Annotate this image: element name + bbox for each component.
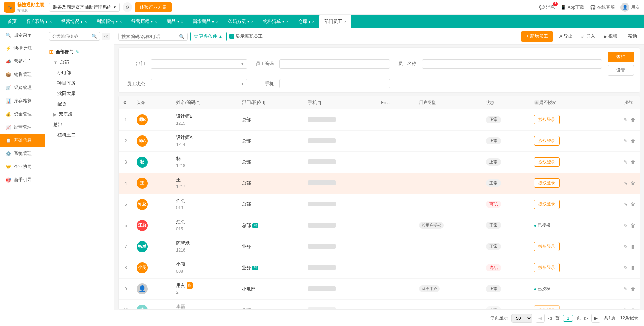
dept-item-plantree[interactable]: 植树王二 [45, 130, 114, 140]
delete-button[interactable]: 🗑 [631, 265, 635, 271]
search-input[interactable] [121, 34, 177, 39]
sidebar-item-purchase[interactable]: 🛒 采购管理 [0, 81, 45, 94]
sidebar-item-system[interactable]: ⚙️ 系统管理 [0, 147, 45, 160]
user-menu[interactable]: 👤 用友 [620, 3, 640, 12]
tab-barcode[interactable]: 条码方案 ▾ × [223, 15, 258, 28]
auth-cell[interactable]: 授权登录 [530, 151, 599, 173]
sidebar-item-operation[interactable]: 📈 经营管理 [0, 121, 45, 134]
tab-add-goods[interactable]: 新增商品 ▾ × [188, 15, 223, 28]
phone-input[interactable] [279, 79, 390, 88]
auth-cell[interactable]: 授权登录 [530, 299, 599, 310]
add-employee-button[interactable]: + 新增员工 [521, 31, 553, 42]
dept-filter-select[interactable]: ▾ [151, 59, 247, 69]
tab-department[interactable]: 部门员工 × [319, 15, 351, 28]
dept-item-project-storage[interactable]: 项目库房 [45, 78, 114, 88]
auth-cell[interactable]: 授权登录 [530, 173, 599, 194]
delete-button[interactable]: 🗑 [631, 159, 635, 165]
import-button[interactable]: ↙ 导入 [578, 32, 598, 41]
export-button[interactable]: ↗ 导出 [556, 32, 575, 41]
close-icon[interactable]: × [49, 19, 52, 24]
dept-search-input[interactable] [52, 34, 90, 39]
close-icon[interactable]: × [120, 19, 122, 24]
sidebar-item-sales[interactable]: 📦 销售管理 [0, 68, 45, 81]
tab-operation[interactable]: 经营情况 ▾ × [56, 15, 91, 28]
delete-button[interactable]: 🗑 [631, 180, 635, 186]
tab-profit[interactable]: 利润报告 ▾ × [92, 15, 127, 28]
trial-button[interactable]: 体验行业方案 [135, 2, 172, 12]
auth-button[interactable]: 授权登录 [534, 157, 560, 167]
delete-button[interactable]: 🗑 [631, 223, 635, 228]
th-name[interactable]: 姓名/编码⇅ [172, 96, 238, 109]
help-button[interactable]: | 帮助 [623, 32, 640, 41]
video-button[interactable]: ▶ 视频 [601, 32, 620, 41]
close-icon[interactable]: × [344, 19, 346, 24]
auth-cell[interactable]: 授权登录 [530, 236, 599, 257]
th-dept[interactable]: 部门/职位⇅ [238, 96, 303, 109]
close-icon[interactable]: × [84, 19, 87, 24]
auth-button[interactable]: 授权登录 [534, 136, 560, 146]
auth-cell[interactable]: 授权登录 [530, 257, 599, 278]
sidebar-item-basic-info[interactable]: 📋 基础信息 [0, 134, 45, 147]
tab-history[interactable]: 经营历程 ▾ × [127, 15, 162, 28]
tab-home[interactable]: 首页 [3, 15, 21, 28]
prev-page-button[interactable]: ◀ [536, 314, 545, 323]
system-title[interactable]: 装备及固定资产辅助管理系统 ▾ [49, 3, 120, 12]
tab-customer[interactable]: 客户联络 ▾ × [21, 15, 56, 28]
dept-search-box[interactable]: 🔍 [49, 32, 100, 41]
delete-button[interactable]: 🗑 [631, 202, 635, 207]
auth-button[interactable]: 授权登录 [534, 115, 560, 124]
search-box[interactable]: 🔍 [118, 33, 188, 41]
sidebar-item-guide[interactable]: 🎯 新手引导 [0, 173, 45, 186]
auth-cell[interactable]: 已授权 [530, 278, 599, 299]
edit-button[interactable]: ✎ [624, 138, 628, 144]
settings-button[interactable]: ⚙ [123, 2, 132, 12]
auth-cell[interactable]: 已授权 [530, 215, 599, 236]
dept-item-shenyang[interactable]: 沈阳大库 [45, 88, 114, 99]
dept-item-delivery[interactable]: 配货 [45, 99, 114, 109]
close-icon[interactable]: × [286, 19, 288, 24]
next-page-button[interactable]: ▶ [591, 314, 600, 323]
auth-button[interactable]: 授权登录 [534, 200, 560, 209]
dept-item-headquarters[interactable]: 总部 [45, 120, 114, 130]
emp-code-input[interactable] [279, 59, 390, 69]
auth-cell[interactable]: 授权登录 [530, 109, 599, 131]
emp-name-input[interactable] [422, 59, 602, 69]
tab-bom[interactable]: 物料清单 ▾ × [258, 15, 293, 28]
more-filter-button[interactable]: ▽ 更多条件 ▲ [190, 32, 227, 41]
close-icon[interactable]: × [181, 19, 183, 24]
tab-warehouse[interactable]: 仓库 ▾ × [293, 15, 319, 28]
app-download-button[interactable]: 📱 App下载 [561, 4, 584, 10]
auth-button[interactable]: 授权登录 [534, 178, 560, 188]
edit-button[interactable]: ✎ [624, 307, 628, 310]
auth-cell[interactable]: 授权登录 [530, 130, 599, 151]
per-page-select[interactable]: 50 100 [511, 314, 532, 323]
auth-cell[interactable]: 授权登录 [530, 194, 599, 215]
auth-button[interactable]: 授权登录 [534, 263, 560, 272]
edit-button[interactable]: ✎ [624, 117, 628, 123]
delete-button[interactable]: 🗑 [631, 138, 635, 144]
tab-goods[interactable]: 商品 ▾ × [162, 15, 188, 28]
auth-button[interactable]: 授权登录 [534, 242, 560, 251]
edit-button[interactable]: ✎ [624, 202, 628, 207]
edit-button[interactable]: ✎ [624, 223, 628, 228]
online-service-button[interactable]: 🎧 在线客服 [590, 4, 615, 10]
sidebar-item-marketing[interactable]: 📣 营销推广 [0, 55, 45, 68]
sidebar-item-collab[interactable]: 🤝 企业协同 [0, 160, 45, 173]
auth-button[interactable]: 授权登录 [534, 305, 560, 310]
emp-status-select[interactable]: ▾ [151, 79, 247, 88]
reset-button[interactable]: 设置 [608, 65, 634, 76]
delete-button[interactable]: 🗑 [631, 244, 635, 249]
edit-button[interactable]: ✎ [624, 159, 628, 165]
close-icon[interactable]: × [155, 19, 157, 24]
dept-item-small-electric[interactable]: 小电部 [45, 68, 114, 78]
collapse-button[interactable]: ≪ [102, 33, 110, 40]
sidebar-item-search[interactable]: 🔍 搜索菜单 [0, 28, 45, 42]
dept-item-double-deer[interactable]: ▶ 双鹿想 [45, 109, 114, 120]
close-icon[interactable]: × [312, 19, 315, 24]
show-resigned-toggle[interactable]: ✓ 显示离职员工 [229, 33, 263, 39]
all-dept-item[interactable]: ⊞ 全部部门 ✎ [45, 46, 114, 57]
th-phone[interactable]: 手机⇅ [304, 96, 377, 109]
edit-button[interactable]: ✎ [624, 244, 628, 249]
delete-button[interactable]: 🗑 [631, 117, 635, 123]
edit-button[interactable]: ✎ [624, 180, 628, 186]
